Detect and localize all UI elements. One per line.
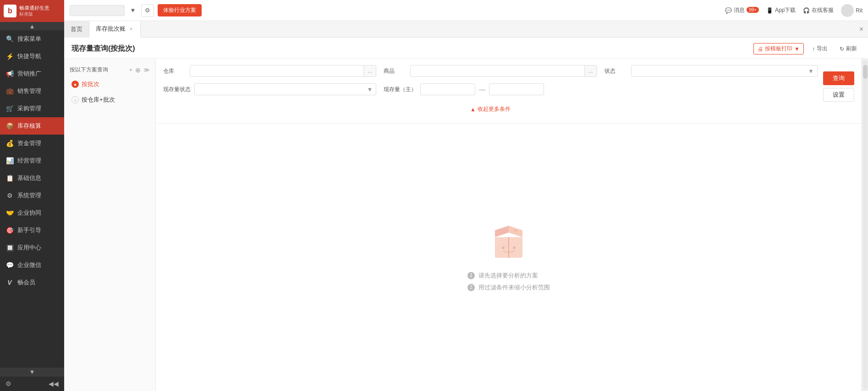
refresh-icon: ↻: [840, 46, 844, 52]
goods-more-btn[interactable]: ...: [584, 65, 597, 76]
tab-home[interactable]: 首页: [64, 21, 89, 38]
app-edition: 标准版: [19, 11, 49, 17]
stock-qty-to-input[interactable]: [489, 83, 544, 95]
sidebar-item-label: 新手引导: [17, 226, 41, 234]
status-select[interactable]: 全部 启用 停用: [631, 65, 818, 77]
svg-point-6: [502, 246, 505, 249]
stock-status-select[interactable]: [194, 83, 376, 95]
wxwork-icon: 💬: [5, 261, 14, 269]
sidebar-item-wxwork[interactable]: 💬 企业微信: [0, 256, 64, 274]
filter-sidebar-icons: + ⊕ ≫: [129, 66, 150, 74]
online-service-action[interactable]: 🎧 在线客服: [803, 6, 834, 14]
scrollbar-thumb[interactable]: [863, 65, 868, 79]
sidebar-item-search[interactable]: 🔍 搜索菜单: [0, 30, 64, 48]
right-scrollbar[interactable]: [862, 59, 868, 391]
sidebar-item-marketing[interactable]: 📢 营销推广: [0, 65, 64, 82]
filter-row-2: 现存量状态 ▼ 现存量（主）: [163, 83, 818, 95]
user-profile-action[interactable]: Rit: [841, 4, 863, 17]
stock-qty-field: 现存量（主） —: [384, 83, 597, 95]
app-download-action[interactable]: 📱 App下载: [766, 6, 796, 14]
collapse-icon[interactable]: ◀◀: [49, 380, 59, 387]
sidebar-item-operations[interactable]: 📊 经营管理: [0, 152, 64, 169]
sidebar-item-quicknav[interactable]: ⚡ 快捷导航: [0, 48, 64, 65]
filter-item-warehouse-batch-dot: ○: [71, 96, 79, 103]
filter-item-warehouse-batch[interactable]: ○ 按仓库+批次: [64, 92, 155, 108]
messages-action[interactable]: 💬 消息 99+: [725, 6, 759, 14]
stock-status-field: 现存量状态 ▼: [163, 83, 376, 95]
filter-sidebar: 按以下方案查询 + ⊕ ≫ ● 按批次 ○ 按仓库+批次: [64, 59, 156, 391]
hint-item-1: 1 请先选择要分析的方案: [467, 270, 550, 282]
warehouse-field: 仓库 ...: [163, 65, 376, 77]
sidebar-item-label: 采购管理: [17, 104, 41, 113]
sidebar-item-vip[interactable]: V 畅会员: [0, 274, 64, 291]
sidebar-item-label: 应用中心: [17, 244, 41, 252]
tab-close-button[interactable]: ×: [128, 26, 134, 32]
settings-icon[interactable]: ⚙: [5, 380, 11, 387]
sidebar-scroll-up[interactable]: ▲: [0, 22, 64, 30]
sidebar-item-finance[interactable]: 💰 资金管理: [0, 135, 64, 152]
sidebar-scroll-down[interactable]: ▼: [0, 368, 64, 376]
page-title: 现存量查询(按批次): [71, 44, 135, 54]
sidebar-item-label: 企业微信: [17, 261, 41, 269]
stock-qty-label: 现存量（主）: [384, 86, 417, 93]
goods-input[interactable]: [411, 65, 584, 76]
topbar-gear-button[interactable]: ⚙: [141, 4, 154, 17]
topbar-actions: 💬 消息 99+ 📱 App下载 🎧 在线客服 Rit: [725, 4, 863, 17]
filter-add-icon[interactable]: +: [129, 66, 132, 74]
scrollbar-track[interactable]: [863, 60, 868, 389]
sidebar-footer: ⚙ ◀◀: [0, 376, 64, 391]
sidebar-item-newbie[interactable]: 🎯 新手引导: [0, 222, 64, 239]
phone-icon: 📱: [766, 7, 773, 14]
collapse-icon: ▲: [470, 106, 476, 113]
sidebar-item-label: 搜索菜单: [17, 35, 41, 43]
print-dropdown-icon: ▼: [794, 46, 800, 52]
topbar-search-input[interactable]: [70, 5, 125, 16]
vip-icon: V: [5, 278, 14, 287]
sidebar-item-label: 资金管理: [17, 139, 41, 147]
headset-icon: 🎧: [803, 7, 810, 14]
tab-inventory-batch[interactable]: 库存批次账 ×: [89, 21, 141, 38]
sidebar-item-label: 营销推广: [17, 70, 41, 78]
export-button[interactable]: ↑ 导出: [808, 43, 831, 54]
app-download-label: App下载: [775, 6, 796, 14]
goods-label: 商品: [384, 67, 407, 75]
topbar-dropdown-icon[interactable]: ▼: [128, 6, 137, 15]
app-name: 畅康通好生意: [19, 5, 49, 11]
settings-button[interactable]: 设置: [823, 88, 854, 102]
goods-input-wrapper: ...: [410, 65, 597, 77]
sidebar-item-appstore[interactable]: 🔲 应用中心: [0, 239, 64, 256]
filter-item-batch-label: 按批次: [82, 80, 99, 88]
messages-label: 消息: [734, 6, 745, 14]
tabs-close-all-button[interactable]: ×: [855, 25, 868, 33]
query-button[interactable]: 查询: [823, 71, 854, 85]
newbie-icon: 🎯: [5, 226, 14, 234]
operations-icon: 📊: [5, 157, 14, 165]
quicknav-icon: ⚡: [5, 52, 14, 60]
stock-qty-from-input[interactable]: [420, 83, 475, 95]
filter-collapse-arrow[interactable]: ≫: [143, 66, 150, 74]
warehouse-input[interactable]: [190, 65, 363, 76]
sidebar-item-purchase[interactable]: 🛒 采购管理: [0, 100, 64, 117]
hint-num-2: 2: [467, 284, 475, 291]
sidebar-item-label: 系统管理: [17, 191, 41, 200]
sidebar-item-inventory[interactable]: 📦 库存核算: [0, 117, 64, 135]
collapse-conditions-btn[interactable]: ▲ 收起更多条件: [163, 102, 818, 117]
filter-item-batch[interactable]: ● 按批次: [64, 76, 155, 92]
app-info: 畅康通好生意 标准版: [19, 5, 49, 17]
trial-button[interactable]: 体验行业方案: [158, 4, 202, 16]
stock-qty-separator: —: [479, 86, 485, 93]
hint-item-2: 2 用过滤条件来缩小分析范围: [467, 282, 550, 293]
sidebar-item-enterprise[interactable]: 🤝 企业协同: [0, 204, 64, 222]
sidebar-item-system[interactable]: ⚙ 系统管理: [0, 187, 64, 204]
sidebar-item-basics[interactable]: 📋 基础信息: [0, 169, 64, 187]
status-select-wrapper: 全部 启用 停用 ▼: [631, 65, 818, 77]
filter-settings-icon[interactable]: ⊕: [135, 66, 141, 74]
app-logo: b: [4, 5, 16, 17]
username-label: Rit: [856, 7, 863, 14]
warehouse-more-btn[interactable]: ...: [363, 65, 376, 76]
content-body: 按以下方案查询 + ⊕ ≫ ● 按批次 ○ 按仓库+批次: [64, 59, 868, 391]
print-button[interactable]: 🖨 按模板打印 ▼: [753, 43, 804, 54]
refresh-button[interactable]: ↻ 刷新: [836, 43, 861, 54]
search-icon: 🔍: [5, 35, 14, 43]
sidebar-item-sales[interactable]: 💼 销售管理: [0, 82, 64, 100]
